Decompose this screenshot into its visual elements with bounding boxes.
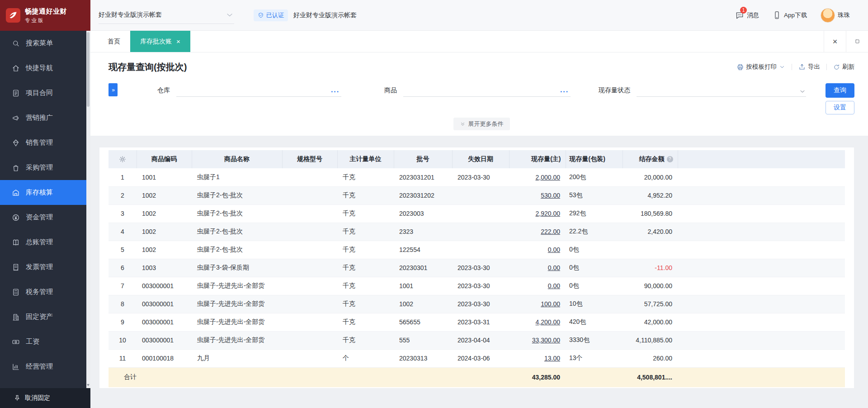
printer-icon (736, 63, 744, 71)
cell-spec (282, 349, 337, 367)
table-row[interactable]: 10003000001虫腿子-先进先出-全部货千克5552023-04-0433… (108, 331, 845, 349)
table-row[interactable]: 8003000001虫腿子-先进先出-全部货千克10022023-03-3010… (108, 295, 845, 313)
sidebar-item-inventory[interactable]: 库存核算 (0, 180, 90, 205)
scrollbar-down-arrow[interactable] (87, 384, 90, 386)
sales-icon (12, 139, 20, 147)
sidebar-item-operations[interactable]: 经营管理 (0, 354, 90, 379)
qty-drilldown-link[interactable]: 0.00 (548, 246, 560, 253)
picker-dots-icon[interactable]: ··· (560, 88, 569, 96)
cell-batch: 20230313 (394, 349, 452, 367)
table-row[interactable]: 11000100018九月个202303132024-03-0613.0013个… (108, 349, 845, 367)
qty-drilldown-link[interactable]: 0.00 (548, 282, 560, 289)
filter-input-warehouse[interactable]: ··· (176, 84, 341, 97)
table-row[interactable]: 61003虫腿子3-袋-保质期千克202303012023-03-300.000… (108, 259, 845, 277)
qty-drilldown-link[interactable]: 530.00 (541, 192, 560, 199)
purchase-icon (12, 164, 20, 172)
filter-input-product[interactable]: ··· (403, 84, 571, 97)
account-selector-value: 好业财专业版演示帐套 (99, 11, 162, 19)
collapse-filter-button[interactable]: » (108, 83, 118, 96)
total-qty: 43,285.00 (509, 367, 566, 387)
table-row[interactable]: 51002虫腿子2-包-批次千克1225540.000包 (108, 241, 845, 259)
table-row[interactable]: 21002虫腿子2-包-批次千克2023031202530.0053包4,952… (108, 186, 845, 204)
unpin-sidebar-button[interactable]: 取消固定 (0, 388, 90, 408)
query-button[interactable]: 查询 (826, 83, 854, 98)
qty-drilldown-link[interactable]: 222.00 (541, 228, 560, 235)
topbar-right: 1 消息 App下载 珠珠 (735, 8, 850, 23)
sidebar-item-funds[interactable]: 资金管理 (0, 205, 90, 230)
sidebar-scrollbar[interactable] (86, 31, 90, 388)
sidebar-item-ledger[interactable]: 总账管理 (0, 230, 90, 255)
qty-drilldown-link[interactable]: 2,000.00 (536, 174, 561, 181)
column-header-amount: 结存金额? (623, 150, 678, 168)
divider (792, 64, 792, 70)
scrollbar-thumb[interactable] (87, 32, 90, 107)
cell-amount: 2,420.00 (623, 223, 678, 241)
messages-count-badge: 1 (740, 7, 747, 14)
sidebar-item-marketing[interactable]: 营销推广 (0, 105, 90, 130)
cell-pkg: 200包 (566, 168, 623, 186)
sidebar-item-sales[interactable]: 销售管理 (0, 130, 90, 155)
cell-filler (678, 204, 845, 223)
table-row[interactable]: 9003000001虫腿子-先进先出-全部货千克5656552023-03-31… (108, 313, 845, 331)
close-icon: × (833, 38, 838, 46)
chevron-down-icon[interactable] (799, 88, 806, 95)
sidebar-item-label: 销售管理 (26, 138, 53, 147)
qty-drilldown-link[interactable]: 0.00 (548, 264, 560, 271)
cell-pkg: 13个 (566, 349, 623, 367)
messages-button[interactable]: 1 消息 (735, 11, 759, 20)
cell-filler (678, 349, 845, 367)
qty-drilldown-link[interactable]: 13.00 (544, 355, 560, 362)
cell-amount: 20,000.00 (623, 168, 678, 186)
filter-input-stock-status[interactable] (637, 84, 806, 97)
refresh-button[interactable]: 刷新 (833, 63, 854, 71)
print-by-template-button[interactable]: 按模板打印 (736, 63, 786, 71)
account-selector[interactable]: 好业财专业版演示帐套 (99, 7, 234, 24)
cell-unit: 千克 (337, 295, 394, 313)
sidebar-item-tax[interactable]: 税务管理 (0, 280, 90, 304)
cell-row-number: 7 (108, 277, 137, 295)
table-row[interactable]: 11001虫腿子1千克20230312012023-03-302,000.002… (108, 168, 845, 186)
fullscreen-button[interactable] (846, 31, 868, 52)
sidebar-item-purchase[interactable]: 采购管理 (0, 155, 90, 180)
tab-close-icon[interactable]: × (176, 38, 180, 45)
sidebar-item-more[interactable] (0, 379, 90, 388)
help-icon[interactable]: ? (667, 156, 673, 162)
sidebar-item-search-menu[interactable]: 搜索菜单 (0, 31, 90, 56)
sidebar-item-quick-nav[interactable]: 快捷导航 (0, 56, 90, 81)
table-row[interactable]: 41002虫腿子2-包-批次千克2323222.0022.2包2,420.00 (108, 223, 845, 241)
cell-name: 虫腿子2-包-批次 (192, 186, 282, 204)
cell-amount: 180,569.80 (623, 204, 678, 223)
cell-name: 虫腿子-先进先出-全部货 (192, 331, 282, 349)
cell-name: 虫腿子-先进先出-全部货 (192, 313, 282, 331)
qty-drilldown-link[interactable]: 100.00 (541, 300, 560, 308)
page-actions: 按模板打印 导出 刷新 (736, 63, 855, 71)
sidebar-item-invoice[interactable]: 发票管理 (0, 255, 90, 280)
cell-qty: 0.00 (509, 277, 566, 295)
cell-filler (678, 186, 845, 204)
expand-more-conditions-button[interactable]: 展开更多条件 (453, 118, 510, 130)
sidebar-item-fixed-assets[interactable]: 固定资产 (0, 304, 90, 329)
cell-amount: 4,952.20 (623, 186, 678, 204)
qty-drilldown-link[interactable]: 2,920.00 (536, 210, 561, 217)
table-row[interactable]: 7003000001虫腿子-先进先出-全部货千克10012023-03-300.… (108, 277, 845, 295)
cell-qty: 2,000.00 (509, 168, 566, 186)
settings-button[interactable]: 设置 (826, 101, 854, 114)
qty-drilldown-link[interactable]: 4,200.00 (536, 318, 561, 326)
qty-drilldown-link[interactable]: 33,300.00 (532, 337, 560, 344)
close-tab-button[interactable]: × (824, 31, 846, 52)
picker-dots-icon[interactable]: ··· (331, 88, 340, 96)
app-download-button[interactable]: App下载 (773, 11, 807, 19)
tab-inventory-batch[interactable]: 库存批次账× (130, 31, 190, 52)
app-logo: 畅捷通好业财 专业版 (0, 0, 90, 31)
shield-check-icon (258, 12, 264, 19)
table-row[interactable]: 31002虫腿子2-包-批次千克20230032,920.00292包180,5… (108, 204, 845, 223)
tax-icon (12, 288, 20, 296)
sidebar-item-project-contract[interactable]: 项目合同 (0, 81, 90, 105)
user-menu[interactable]: 珠珠 (821, 8, 850, 23)
cell-qty: 2,920.00 (509, 204, 566, 223)
tab-home[interactable]: 首页 (98, 31, 130, 52)
cell-row-number: 9 (108, 313, 137, 331)
export-button[interactable]: 导出 (798, 63, 820, 71)
sidebar-item-payroll[interactable]: 工资 (0, 329, 90, 354)
column-settings-gear-icon[interactable] (108, 150, 137, 168)
